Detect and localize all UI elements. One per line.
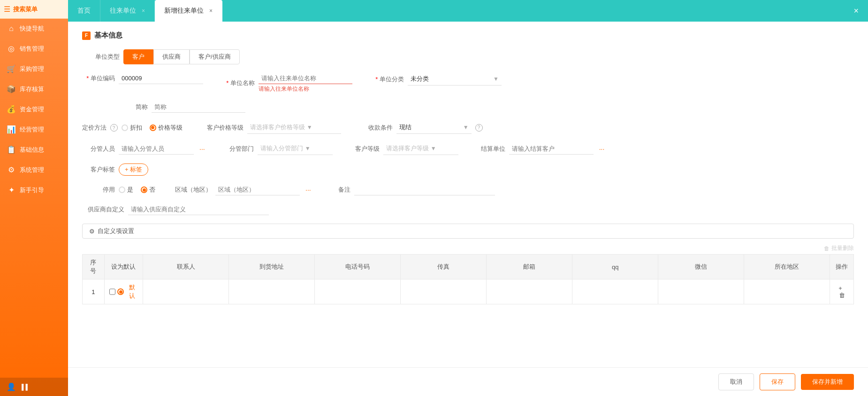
- row-checkbox[interactable]: [109, 288, 116, 295]
- cell-phone[interactable]: [315, 280, 401, 304]
- department-select[interactable]: 请输入分管部门 ▼: [258, 142, 333, 155]
- sidebar-item-purchase[interactable]: 🛒 采购管理: [0, 59, 68, 79]
- manager-input[interactable]: [119, 143, 194, 155]
- tab-home[interactable]: 首页: [68, 0, 100, 22]
- unit-code-label: 单位编码: [82, 74, 115, 83]
- disabled-radio-no[interactable]: 否: [141, 186, 155, 194]
- abbr-group: 简称: [82, 101, 854, 113]
- unit-code-group: 单位编码: [82, 73, 203, 84]
- unit-name-group: 单位名称 请输入往来单位名称: [222, 73, 352, 93]
- unit-category-value: 未分类: [411, 75, 491, 83]
- cell-address[interactable]: [229, 280, 315, 304]
- customer-price-group: 客户价格等级 请选择客户价格等级 ▼: [201, 121, 341, 134]
- sidebar-item-inventory[interactable]: 📦 库存核算: [0, 79, 68, 99]
- type-btn-supplier[interactable]: 供应商: [153, 49, 190, 64]
- remark-input[interactable]: [354, 184, 495, 195]
- main-content: 首页 往来单位 × 新增往来单位 × × F 基本信息 单位类型 客户 供应商 …: [68, 0, 868, 396]
- cancel-button[interactable]: 取消: [718, 373, 754, 390]
- search-menu-label: 搜索菜单: [13, 5, 38, 14]
- sidebar-item-label: 库存核算: [20, 85, 44, 93]
- region-input[interactable]: [215, 184, 300, 195]
- custom-settings-button[interactable]: ⚙ 自定义项设置: [82, 224, 854, 239]
- payment-terms-select[interactable]: 现结 ▼: [396, 121, 472, 134]
- purchase-icon: 🛒: [7, 64, 16, 73]
- unit-category-select[interactable]: 未分类 ▼: [408, 73, 502, 85]
- sidebar-item-label: 基础信息: [20, 146, 44, 154]
- region-group: 区域（地区） ···: [174, 184, 313, 195]
- pricing-radio-price-level[interactable]: 价格等级: [150, 124, 183, 132]
- customer-price-level-select[interactable]: 请选择客户价格等级 ▼: [247, 121, 341, 134]
- col-contact: 联系人: [143, 255, 229, 280]
- disabled-row: 停用 是 否 区域（地区） ···: [82, 184, 854, 195]
- tag-row: 客户标签 + 标签: [82, 163, 854, 176]
- manager-label: 分管人员: [82, 145, 115, 153]
- save-button[interactable]: 保存: [760, 373, 795, 390]
- col-email: 邮箱: [487, 255, 572, 280]
- region-label: 区域（地区）: [174, 186, 212, 194]
- settlement-input[interactable]: [509, 143, 594, 155]
- operations-icon: 📊: [7, 125, 16, 134]
- sales-icon: ◎: [7, 44, 16, 53]
- contacts-table-container: 序号 设为默认 联系人 到货地址 电话号码 传真 邮箱 qq 微信 所在地区 操…: [82, 254, 854, 358]
- type-btn-both[interactable]: 客户/供应商: [190, 49, 240, 64]
- cell-contact[interactable]: [143, 280, 229, 304]
- add-tag-button[interactable]: + 标签: [119, 163, 148, 176]
- tab-partners-close[interactable]: ×: [142, 8, 145, 14]
- sidebar-item-basics[interactable]: 📋 基础信息: [0, 140, 68, 160]
- chevron-down-icon5: ▼: [431, 145, 436, 152]
- delete-row-button[interactable]: 🗑: [839, 292, 845, 299]
- cell-wechat[interactable]: [658, 280, 744, 304]
- supplier-custom-row: 供应商自定义: [82, 204, 854, 215]
- save-new-button[interactable]: 保存并新增: [801, 374, 854, 390]
- sidebar-footer[interactable]: 👤 ▐▐: [0, 378, 68, 396]
- section-icon: F: [82, 31, 91, 40]
- inventory-icon: 📦: [7, 85, 16, 93]
- default-radio-dot: [119, 290, 122, 294]
- sidebar-item-quick-nav[interactable]: ⌂ 快捷导航: [0, 19, 68, 39]
- user-icon: 👤: [7, 382, 16, 391]
- region-more-button[interactable]: ···: [304, 186, 313, 194]
- payment-terms-group: 收款条件 现结 ▼ ?: [360, 121, 854, 134]
- tag-btn-label: + 标签: [125, 165, 142, 174]
- sidebar-item-guide[interactable]: ✦ 新手引导: [0, 180, 68, 200]
- payment-terms-help-icon[interactable]: ?: [475, 124, 483, 132]
- search-menu-button[interactable]: ☰ 搜索菜单: [0, 0, 68, 19]
- department-label: 分管部门: [221, 145, 254, 153]
- pricing-help-icon[interactable]: ?: [110, 124, 118, 132]
- payment-terms-label: 收款条件: [360, 124, 393, 132]
- cell-region[interactable]: [744, 280, 830, 304]
- cell-fax[interactable]: [401, 280, 487, 304]
- batch-delete-label[interactable]: 批量删除: [831, 244, 854, 252]
- radio-circle-no: [141, 186, 147, 193]
- disabled-radio-yes[interactable]: 是: [119, 186, 133, 194]
- add-row-button[interactable]: +: [838, 285, 842, 292]
- sidebar-item-label: 系统管理: [20, 166, 44, 174]
- unit-name-input[interactable]: [259, 73, 352, 84]
- default-radio-circle: [117, 288, 124, 295]
- sidebar-item-finance[interactable]: 💰 资金管理: [0, 99, 68, 119]
- sidebar-item-system[interactable]: ⚙ 系统管理: [0, 160, 68, 180]
- tab-new-partner-close[interactable]: ×: [209, 8, 213, 14]
- supplier-custom-input[interactable]: [128, 204, 269, 215]
- close-all-button[interactable]: ×: [844, 6, 868, 16]
- default-radio[interactable]: 默认: [117, 283, 138, 300]
- type-btn-customer[interactable]: 客户: [123, 49, 153, 64]
- sidebar-item-operations[interactable]: 📊 经营管理: [0, 119, 68, 140]
- cell-qq[interactable]: [572, 280, 658, 304]
- disabled-label: 停用: [82, 186, 115, 194]
- abbr-input[interactable]: [152, 101, 245, 113]
- abbr-row: 简称: [82, 101, 854, 113]
- customer-level-select[interactable]: 请选择客户等级 ▼: [383, 142, 458, 155]
- cell-email[interactable]: [487, 280, 572, 304]
- settlement-more-button[interactable]: ···: [597, 145, 607, 153]
- unit-code-input[interactable]: [119, 73, 203, 84]
- col-address: 到货地址: [229, 255, 315, 280]
- manager-more-button[interactable]: ···: [198, 145, 207, 153]
- radio-circle-price-level: [150, 124, 156, 131]
- tab-new-partner[interactable]: 新增往来单位 ×: [155, 0, 222, 22]
- tab-partners[interactable]: 往来单位 ×: [100, 0, 155, 22]
- batch-delete-area: 🗑 批量删除: [82, 244, 854, 252]
- sidebar-item-sales[interactable]: ◎ 销售管理: [0, 39, 68, 59]
- pricing-group: 定价方法 ? 折扣 价格等级: [82, 124, 183, 132]
- pricing-radio-discount[interactable]: 折扣: [122, 124, 142, 132]
